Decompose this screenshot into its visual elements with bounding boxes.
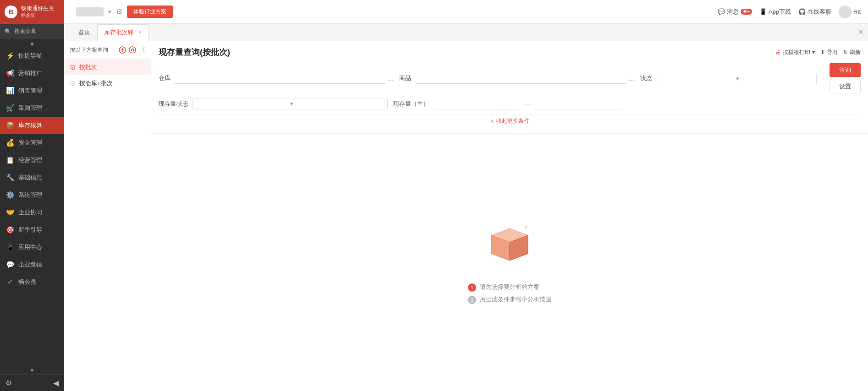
sidebar-item-newbie[interactable]: 🎯 新手引导: [0, 221, 64, 239]
scheme-by-warehouse-batch[interactable]: ⊙ 按仓库+批次: [64, 75, 151, 91]
sidebar-item-sales[interactable]: 📊 销售管理: [0, 82, 64, 99]
inventory-status-chevron-icon: ▾: [290, 100, 384, 107]
operations-icon: 📋: [5, 156, 15, 164]
export-icon: ⬆: [820, 49, 825, 55]
tabs-bar: 首页 库存批次账 × ×: [64, 24, 868, 41]
trial-btn[interactable]: 体验行业方案: [127, 5, 173, 18]
sidebar-item-inventory[interactable]: 📦 库存核算: [0, 117, 64, 134]
add-scheme-btn[interactable]: [119, 46, 126, 54]
status-select[interactable]: ▾: [656, 73, 817, 84]
sidebar-scroll-down[interactable]: ▼: [29, 367, 35, 374]
filter-row-2: 现存量状态 ▾ 现存量（主） —: [159, 98, 861, 109]
online-service-item[interactable]: 🎧 在线客服: [798, 8, 831, 16]
sidebar-item-system[interactable]: ⚙️ 系统管理: [0, 186, 64, 204]
sidebar-item-label: 应用中心: [18, 243, 42, 251]
sidebar-item-label: 企业协同: [18, 208, 42, 217]
topbar-settings-icon[interactable]: ⚙: [116, 7, 122, 16]
scheme-settings-btn[interactable]: [129, 46, 136, 54]
left-panel-collapse-btn[interactable]: 《: [139, 46, 145, 54]
search-icon: 🔍: [5, 28, 11, 35]
scheme-by-warehouse-label: 按仓库+批次: [79, 79, 113, 87]
warehouse-input[interactable]: [174, 73, 385, 84]
refresh-btn[interactable]: ↻ 刷新: [843, 49, 861, 56]
app-download-label: App下载: [769, 8, 791, 16]
sidebar-item-quick-nav[interactable]: ⚡ 快捷导航: [0, 47, 64, 65]
sidebar-scroll-up[interactable]: ▲: [29, 40, 35, 46]
footer-settings-icon[interactable]: ⚙: [5, 379, 12, 387]
plus-circle-icon: [119, 46, 126, 54]
sidebar-item-operations[interactable]: 📋 经营管理: [0, 152, 64, 169]
sidebar-item-label: 系统管理: [18, 191, 42, 199]
print-btn[interactable]: 🖨 按模板打印 ▾: [775, 49, 815, 56]
status-chevron-icon: ▾: [736, 75, 813, 82]
apps-icon: 📱: [5, 243, 15, 251]
status-filter: 状态 ▾: [640, 73, 817, 84]
sidebar-version: 标准版: [21, 12, 54, 19]
step-2-text: 用过滤条件来缩小分析范围: [480, 295, 551, 304]
settings-button[interactable]: 设置: [830, 80, 861, 93]
empty-step-1: 1 请先选择要分析的方案: [468, 283, 551, 292]
user-avatar: [839, 5, 852, 18]
empty-illustration: ✦ ·: [482, 217, 537, 272]
product-more-icon[interactable]: …: [628, 75, 635, 82]
app-download-item[interactable]: 📱 App下载: [759, 8, 791, 16]
warehouse-more-icon[interactable]: …: [387, 75, 394, 82]
tab-home[interactable]: 首页: [71, 24, 97, 41]
refresh-icon: ↻: [843, 49, 848, 55]
sidebar-item-label: 经营管理: [18, 156, 42, 164]
sidebar-item-label: 新手引导: [18, 226, 42, 234]
export-btn[interactable]: ⬆ 导出: [820, 49, 838, 56]
left-panel-actions: 《: [119, 46, 145, 54]
sidebar-item-weixin[interactable]: 💬 企业微信: [0, 256, 64, 273]
filter-actions: 查询 设置: [830, 63, 861, 93]
warehouse-filter: 仓库 …: [159, 73, 394, 84]
sidebar-item-apps[interactable]: 📱 应用中心: [0, 239, 64, 256]
sidebar-item-label: 营销推广: [18, 69, 42, 77]
sidebar-item-basic[interactable]: 🔧 基础信息: [0, 169, 64, 186]
inventory-icon: 📦: [5, 121, 15, 130]
newbie-icon: 🎯: [5, 226, 15, 234]
quick-nav-icon: ⚡: [5, 52, 15, 60]
member-icon: ✓: [5, 278, 15, 286]
left-panel: 按以下方案查询 《: [64, 41, 151, 391]
enterprise-icon: 🤝: [5, 208, 15, 217]
filter-collapse-btn[interactable]: ∧ 收起更多条件: [159, 114, 861, 128]
page-title-actions: 🖨 按模板打印 ▾ ⬆ 导出 ↻ 刷新: [775, 49, 861, 56]
svg-point-4: [132, 49, 134, 51]
sidebar-search[interactable]: 🔍 搜索菜单: [0, 24, 64, 39]
topbar-right: 💬 消息 99+ 📱 App下载 🎧 在线客服 Rit: [718, 5, 861, 18]
collapse-label: 收起更多条件: [496, 118, 529, 124]
tabs-close-all-icon[interactable]: ×: [858, 27, 863, 37]
sidebar-item-label: 库存核算: [18, 121, 42, 130]
messages-badge: 99+: [741, 9, 752, 15]
print-dropdown-icon[interactable]: ▾: [812, 49, 815, 55]
tab-close-icon[interactable]: ×: [138, 29, 142, 36]
scheme-by-batch[interactable]: ⊙ 按批次: [64, 59, 151, 75]
footer-collapse-icon[interactable]: ◀: [53, 379, 59, 387]
inventory-qty-to[interactable]: [534, 98, 623, 109]
sidebar-item-label: 企业微信: [18, 261, 42, 269]
purchase-icon: 🛒: [5, 104, 15, 112]
right-panel: 现存量查询(按批次) 🖨 按模板打印 ▾ ⬆ 导出 ↻ 刷新: [151, 41, 868, 391]
sales-icon: 📊: [5, 87, 15, 95]
sidebar-item-marketing[interactable]: 📢 营销推广: [0, 65, 64, 82]
tab-inventory-batch[interactable]: 库存批次账 ×: [97, 24, 148, 41]
sidebar-item-enterprise[interactable]: 🤝 企业协同: [0, 204, 64, 221]
sidebar-item-label: 基础信息: [18, 174, 42, 182]
query-button[interactable]: 查询: [830, 63, 861, 77]
breadcrumb-dropdown-icon[interactable]: ▾: [108, 8, 111, 15]
step-2-num: 2: [468, 296, 476, 304]
inventory-qty-from[interactable]: [433, 98, 521, 109]
user-area[interactable]: Rit: [839, 5, 861, 18]
page-title: 现存量查询(按批次): [159, 47, 230, 58]
product-input[interactable]: [415, 73, 626, 84]
filter-bar: 仓库 … 商品 … 状态 ▾: [151, 58, 868, 134]
svg-text:✦: ✦: [523, 223, 529, 231]
collapse-icon: ∧: [490, 118, 494, 124]
inventory-status-select[interactable]: ▾: [192, 98, 388, 109]
sidebar-item-finance[interactable]: 💰 资金管理: [0, 134, 64, 152]
messages-item[interactable]: 💬 消息 99+: [718, 8, 752, 16]
sidebar-item-purchase[interactable]: 🛒 采购管理: [0, 99, 64, 117]
warehouse-label: 仓库: [159, 74, 170, 82]
sidebar-item-member[interactable]: ✓ 畅会员: [0, 273, 64, 291]
